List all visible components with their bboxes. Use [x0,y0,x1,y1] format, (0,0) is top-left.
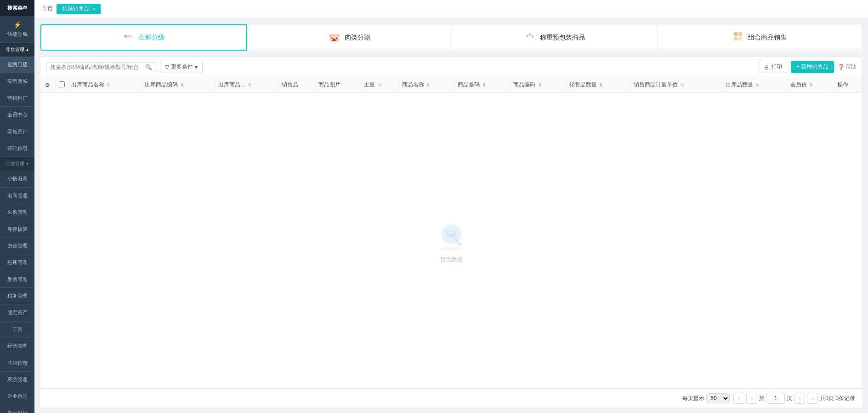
col-product-barcode[interactable]: 商品条码 ⇅ [454,77,510,93]
next-page-btn[interactable]: > [794,393,805,404]
tab-fresh-grade[interactable]: 生鲜分级 [40,24,247,51]
tab-weigh-pack[interactable]: 称重预包装商品 [452,24,658,51]
sidebar-item-label: 营销推广 [7,95,28,101]
search-input[interactable] [50,64,143,70]
filter-button[interactable]: ▽ 更多条件 ▾ [160,61,203,73]
filter-label: 更多条件 [171,63,193,71]
col-out-product-name[interactable]: 出库商品名称 ⇅ [68,77,142,93]
col-product-name[interactable]: 商品名称 ⇅ [399,77,454,93]
col-weight[interactable]: 主量 ⇅ [361,77,399,93]
sidebar-item-label: 零售商城 [7,78,28,84]
sidebar-item-member-center[interactable]: 会员中心 [0,107,34,123]
svg-point-4 [528,34,531,36]
sidebar-item-wholesale-mgmt[interactable]: 批发管理 ▾ [0,157,34,171]
col-product-code[interactable]: 商品编码 ⇅ [511,77,566,93]
sidebar-item-sales-promo[interactable]: 营销推广 [0,90,34,107]
sidebar-item-retail-mall[interactable]: 零售商城 [0,73,34,90]
sidebar-item-retail-mgmt[interactable]: 零售管理 ▴ [0,43,34,57]
sidebar-item-label: 系统管理 [7,377,28,382]
select-all-checkbox[interactable] [59,81,65,87]
sidebar-item-tax-mgmt[interactable]: 税务管理 [0,288,34,304]
sort-icon: ⇅ [378,82,381,87]
pagination: 每页显示 10 20 50 100 « < 第 页 > » 共0页 0条记录 [40,389,862,407]
sidebar-item-label: 电商管理 [7,193,28,198]
sidebar-item-label: 资金管理 [7,243,28,248]
sidebar-item-label: 工资 [12,327,23,332]
col-out-product-code[interactable]: 出库商品编码 ⇅ [142,77,215,93]
tab-combo[interactable]: 组合商品销售 [658,24,862,51]
tab-fresh-grade-label: 生鲜分级 [139,34,165,42]
svg-point-3 [526,35,528,38]
sidebar-item-payroll[interactable]: 工资 [0,321,34,338]
svg-point-16 [459,242,461,245]
sidebar-item-ops-mgmt[interactable]: 经营管理 [0,338,34,355]
per-page-select[interactable]: 10 20 50 100 [706,393,730,403]
sidebar-item-purchase-mgmt[interactable]: 采购管理 [0,204,34,221]
svg-point-2 [130,35,133,38]
svg-rect-8 [734,37,738,40]
last-page-btn[interactable]: » [807,393,818,404]
sidebar-item-basic-info2[interactable]: 基础信息 [0,355,34,372]
new-sales-item-button[interactable]: + 新增销售品 [791,61,834,73]
meat-cut-icon: 🐷 [329,32,340,43]
sidebar-item-smart-store[interactable]: 智慧门店 [0,57,34,73]
sidebar-item-finance-mgmt[interactable]: 资金管理 [0,238,34,254]
total-info: 共0页 0条记录 [820,395,855,402]
close-tab-btn[interactable]: × [92,6,95,11]
sidebar-item-ecom-mgmt[interactable]: 电商管理 [0,188,34,204]
first-page-btn[interactable]: « [733,393,744,404]
sidebar-item-label: 基础信息 [7,360,28,366]
sidebar-item-label: 库存核算 [7,226,28,232]
sidebar: 搜索菜单 ⚡ 快捷导航 零售管理 ▴ 智慧门店 零售商城 营销推广 会员中心 零… [0,0,34,413]
page-size-wrap: 每页显示 10 20 50 100 [682,393,730,403]
sidebar-item-inventory[interactable]: 库存核算 [0,221,34,238]
sort-icon: ⇅ [248,82,251,87]
sidebar-item-invoice-mgmt[interactable]: 发票管理 [0,271,34,288]
col-product-image[interactable]: 商品图片 [315,77,361,93]
sidebar-item-label: 企业协同 [7,393,28,399]
fresh-grade-icon [123,31,134,44]
col-out-qty[interactable]: 出库品数量 ⇅ [722,77,787,93]
tab-combo-label: 组合商品销售 [748,34,787,42]
sort-icon: ⇅ [482,82,486,87]
sidebar-item-label: 经营管理 [7,343,28,349]
sort-icon: ⇅ [681,82,684,87]
col-sales-product[interactable]: 销售品 [279,77,316,93]
col-checkbox[interactable] [55,77,68,93]
sidebar-item-mini-ecom[interactable]: 小畅电商 [0,171,34,187]
help-button[interactable]: ❓ 帮助 [838,63,857,71]
print-label: 打印 [771,63,782,71]
svg-point-0 [124,35,127,38]
sidebar-item-label: 智慧门店 [7,62,28,67]
tab-meat-cut[interactable]: 🐷 肉类分割 [247,24,453,51]
sidebar-item-newbie[interactable]: 新手引导 [0,405,34,413]
sidebar-item-system-mgmt[interactable]: 系统管理 [0,372,34,388]
sidebar-item-general-ledger[interactable]: 总账管理 [0,254,34,271]
page-input[interactable] [766,393,785,404]
print-icon: 🖨 [764,64,769,70]
sidebar-item-quick-nav[interactable]: ⚡ 快捷导航 [0,16,34,43]
sidebar-logo[interactable]: 搜索菜单 [0,0,34,16]
sidebar-item-label: 固定资产 [7,310,28,315]
sidebar-item-enterprise[interactable]: 企业协同 [0,388,34,405]
sort-icon: ⇅ [180,82,184,87]
sidebar-item-label: 小畅电商 [7,176,28,181]
col-member-price[interactable]: 会员价 ⇅ [787,77,834,93]
col-sales-unit[interactable]: 销售商品计量单位 ⇅ [631,77,723,93]
filter-arrow-icon: ▾ [195,64,198,70]
col-settings[interactable]: ⚙ [40,77,55,93]
col-out-product-abbr[interactable]: 出库商品... ⇅ [216,77,279,93]
prev-page-btn[interactable]: < [746,393,757,404]
sidebar-item-retail-stats[interactable]: 零售统计 [0,124,34,140]
sidebar-item-fixed-assets[interactable]: 固定资产 [0,304,34,321]
sidebar-item-basic-info[interactable]: 基础信息 [0,140,34,157]
sidebar-item-label: 快捷导航 [7,31,28,37]
sidebar-item-label: 零售统计 [7,129,28,134]
data-table: ⚙ 出库商品名称 ⇅ 出库商品编码 ⇅ 出库商品... ⇅ [40,77,862,93]
print-button[interactable]: 🖨 打印 [759,61,787,73]
table-header: ⚙ 出库商品名称 ⇅ 出库商品编码 ⇅ 出库商品... ⇅ [40,77,862,93]
home-breadcrumb[interactable]: 首页 [42,5,53,13]
col-sales-qty[interactable]: 销售品数量 ⇅ [566,77,631,93]
sidebar-item-label: 税务管理 [7,293,28,298]
sidebar-item-label: 会员中心 [7,112,28,117]
